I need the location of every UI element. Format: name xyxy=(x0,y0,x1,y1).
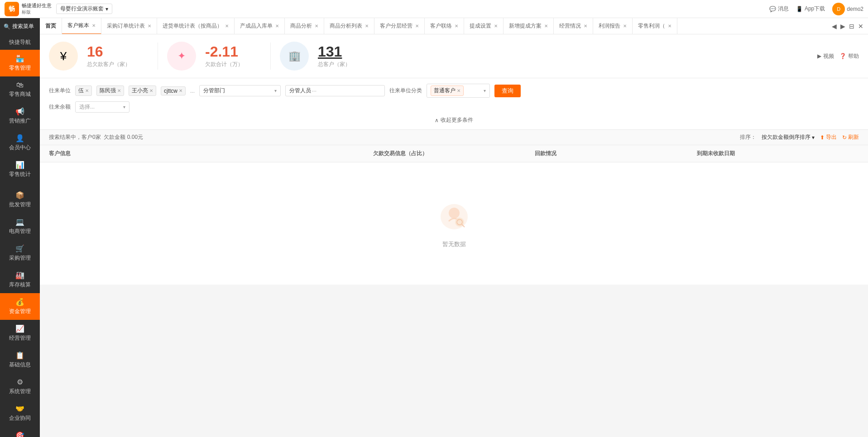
tab-promotion-settings[interactable]: 提成设置 ✕ xyxy=(464,18,504,34)
filter-person-dots[interactable]: ··· xyxy=(312,88,317,94)
sidebar-item-wholesale[interactable]: 📦 批发管理 xyxy=(0,186,40,213)
tab-customer-segments[interactable]: 客户分层经营 ✕ xyxy=(374,18,425,34)
guide-icon: 🎯 xyxy=(15,431,24,437)
sidebar-item-basic-info[interactable]: 📋 基础信息 xyxy=(0,347,40,373)
tab-new-promotion-close[interactable]: ✕ xyxy=(544,24,548,28)
sidebar-item-label-marketing: 营销推广 xyxy=(9,117,31,125)
sidebar-item-marketing[interactable]: 📢 营销推广 xyxy=(0,103,40,129)
tab-purchase-orders[interactable]: 采购订单统计表 ✕ xyxy=(101,18,157,34)
tab-inbound-stats-close[interactable]: ✕ xyxy=(225,24,229,28)
filter-tag-unit2-remove[interactable]: ✕ xyxy=(117,88,121,93)
tab-retail-profit-label: 零售利润（ xyxy=(638,22,665,30)
sidebar-item-retail-mall[interactable]: 🛍 零售商城 xyxy=(0,76,40,103)
stat-icon-cross: ✦ xyxy=(167,42,196,71)
refresh-button[interactable]: ↻ 刷新 xyxy=(842,133,859,141)
filter-balance-select[interactable]: 选择... ▾ xyxy=(75,101,129,113)
query-button[interactable]: 查询 xyxy=(494,85,521,97)
tab-customer-segments-label: 客户分层经营 xyxy=(380,22,412,30)
sidebar-item-purchase[interactable]: 🛒 采购管理 xyxy=(0,240,40,266)
sidebar-item-retail-mgmt[interactable]: 🏪 零售管理 xyxy=(0,50,40,76)
app-download-label: App下载 xyxy=(805,5,825,13)
logo-title: 畅捷通好生意 xyxy=(22,2,52,9)
filter-dept-select[interactable]: 分管部门 ▾ xyxy=(199,85,281,96)
tab-accounts[interactable]: 客户账本 ✕ xyxy=(62,18,101,34)
filter-tag-unit1-remove[interactable]: ✕ xyxy=(85,88,89,93)
tab-close-all-icon[interactable]: ✕ xyxy=(856,23,865,30)
wholesale-icon: 📦 xyxy=(15,191,24,200)
stat-total-customers-label: 总客户（家） xyxy=(318,61,350,68)
sort-select[interactable]: 按欠款金额倒序排序 ▾ xyxy=(762,133,815,141)
tab-operations[interactable]: 经营情况 ✕ xyxy=(554,18,593,34)
tab-operations-close[interactable]: ✕ xyxy=(584,24,587,28)
filter-tag-unit4-remove[interactable]: ✕ xyxy=(179,88,182,93)
filter-more-units[interactable]: ... xyxy=(190,88,195,94)
tab-customer-segments-close[interactable]: ✕ xyxy=(415,24,419,28)
filter-tag-category: 普通客户 ✕ xyxy=(431,86,464,96)
app-download-button[interactable]: 📱 App下载 xyxy=(796,5,825,13)
filter-category-select[interactable]: 普通客户 ✕ ▾ xyxy=(427,84,490,98)
sidebar-item-member[interactable]: 👤 会员中心 xyxy=(0,129,40,156)
sidebar-item-ecommerce[interactable]: 💻 电商管理 xyxy=(0,213,40,240)
help-button[interactable]: ❓ 帮助 xyxy=(839,52,859,60)
tab-product-analysis-list[interactable]: 商品分析列表 ✕ xyxy=(324,18,374,34)
tab-home[interactable]: 首页 xyxy=(40,18,62,34)
tab-inbound-stats[interactable]: 进货单统计表（按商品） ✕ xyxy=(157,18,235,34)
stats-icon: 📊 xyxy=(15,161,24,169)
help-label: 帮助 xyxy=(848,52,859,60)
tab-retail-profit[interactable]: 零售利润（ ✕ xyxy=(633,18,677,34)
tab-product-analysis[interactable]: 商品分析 ✕ xyxy=(285,18,324,34)
collapse-button[interactable]: ∧ 收起更多条件 xyxy=(435,116,473,124)
refresh-icon: ↻ xyxy=(842,134,847,141)
user-area[interactable]: D demo2 xyxy=(832,3,863,15)
tab-profit-report[interactable]: 利润报告 ✕ xyxy=(593,18,633,34)
tab-new-promotion[interactable]: 新增提成方案 ✕ xyxy=(504,18,554,34)
video-button[interactable]: ▶ 视频 xyxy=(817,52,834,60)
stat-credit-total-value: -2.11 xyxy=(205,44,238,59)
sidebar-search[interactable]: 🔍 搜索菜单 xyxy=(0,18,40,35)
filter-tag-unit2: 陈民强 ✕ xyxy=(96,86,124,96)
tab-menu-icon[interactable]: ⊟ xyxy=(847,23,856,30)
sidebar-item-label-inventory: 库存核算 xyxy=(9,281,31,289)
tab-product-inbound-close[interactable]: ✕ xyxy=(275,24,279,28)
collapse-label: 收起更多条件 xyxy=(441,116,473,124)
tab-customer-contact-close[interactable]: ✕ xyxy=(455,24,458,28)
sidebar-item-operations[interactable]: 📈 经营管理 xyxy=(0,320,40,347)
tab-next-arrow[interactable]: ▶ xyxy=(839,23,847,30)
content-area: 首页 客户账本 ✕ 采购订单统计表 ✕ 进货单统计表（按商品） ✕ 产成品入库单… xyxy=(40,18,868,437)
sidebar-item-finance[interactable]: 💰 资金管理 xyxy=(0,293,40,320)
sidebar-item-retail-stats[interactable]: 📊 零售统计 xyxy=(0,156,40,183)
tab-promotion-settings-label: 提成设置 xyxy=(470,22,491,30)
tab-retail-profit-close[interactable]: ✕ xyxy=(668,24,671,28)
tab-customer-contact[interactable]: 客户联络 ✕ xyxy=(425,18,464,34)
sidebar-item-inventory[interactable]: 🏭 库存核算 xyxy=(0,266,40,293)
industry-select[interactable]: 母婴行业演示账套 ▾ xyxy=(56,4,112,14)
sidebar-item-system[interactable]: ⚙ 系统管理 xyxy=(0,373,40,400)
tab-promotion-settings-close[interactable]: ✕ xyxy=(494,24,498,28)
sidebar-item-label-operations: 经营管理 xyxy=(9,334,31,342)
filter-tag-unit3-remove[interactable]: ✕ xyxy=(149,88,153,93)
sidebar-item-label-stats: 零售统计 xyxy=(9,171,31,178)
filter-tag-category-remove[interactable]: ✕ xyxy=(457,88,460,93)
tab-profit-report-close[interactable]: ✕ xyxy=(623,24,627,28)
stat-credit-customers-label: 总欠款客户（家） xyxy=(87,61,130,68)
tab-product-analysis-close[interactable]: ✕ xyxy=(315,24,318,28)
empty-text: 暂无数据 xyxy=(442,240,466,248)
sidebar-nav-quick[interactable]: 快捷导航 xyxy=(0,35,40,50)
tab-product-analysis-list-close[interactable]: ✕ xyxy=(365,24,369,28)
tab-home-label: 首页 xyxy=(45,22,56,30)
balance-placeholder: 选择... xyxy=(79,103,95,111)
tab-accounts-close[interactable]: ✕ xyxy=(92,23,96,28)
tab-prev-arrow[interactable]: ◀ xyxy=(830,23,839,30)
sidebar-item-guide[interactable]: 🎯 新手引导 xyxy=(0,427,40,437)
stat-sep-1 xyxy=(158,43,158,70)
message-button[interactable]: 💬 消息 xyxy=(769,5,789,13)
stat-total-customers-value: 131 xyxy=(318,44,342,59)
sidebar-search-label: 搜索菜单 xyxy=(12,23,34,30)
tab-purchase-orders-close[interactable]: ✕ xyxy=(148,24,151,28)
filter-person-select[interactable]: 分管人员 ··· xyxy=(285,85,385,96)
sidebar-item-enterprise[interactable]: 🤝 企业协同 xyxy=(0,400,40,427)
balance-chevron-icon: ▾ xyxy=(123,104,125,109)
tab-product-inbound[interactable]: 产成品入库单 ✕ xyxy=(235,18,285,34)
filter-row-2: 往来余额 选择... ▾ xyxy=(49,101,859,113)
export-button[interactable]: ⬆ 导出 xyxy=(820,133,837,141)
